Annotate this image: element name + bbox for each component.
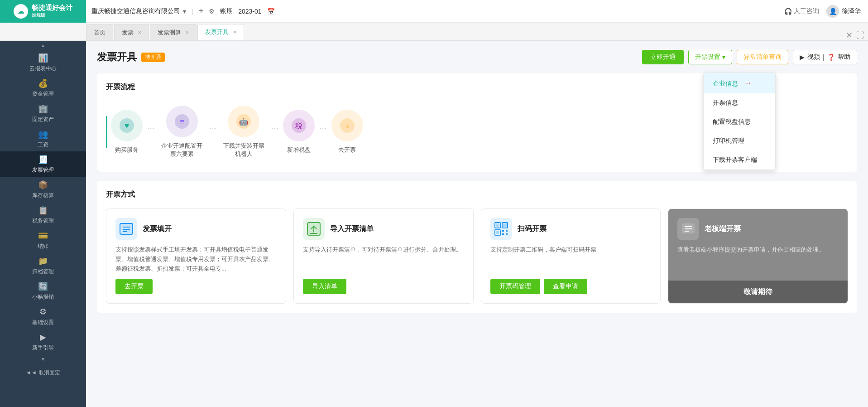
process-step-1-label: 购买服务	[115, 146, 139, 154]
methods-section-title: 开票方式	[106, 190, 848, 199]
sidebar-item-shuiwu[interactable]: 📋 税务管理	[0, 202, 86, 228]
dropdown-item-tax-config-label: 配置税盘信息	[713, 118, 751, 125]
process-step-2-label: 企业开通配置开票六要素	[159, 142, 205, 158]
add-company-button[interactable]: +	[199, 6, 204, 16]
dropdown-item-printer-label: 打印机管理	[713, 137, 744, 144]
svg-rect-27	[502, 233, 504, 235]
sidebar-item-jiezhang[interactable]: 💳 结账	[0, 228, 86, 253]
dropdown-item-download[interactable]: 下载开票客户端	[704, 150, 775, 170]
svg-rect-25	[502, 230, 504, 232]
dropdown-item-invoice-info[interactable]: 开票信息	[704, 93, 775, 112]
tab-fapiaokaiju-label: 发票开具	[205, 28, 229, 36]
logo-area: ☁ 畅捷通好会计 旗舰版	[0, 0, 86, 23]
sidebar-scroll-down[interactable]: ▼	[0, 354, 86, 363]
method-card-import: 导入开票清单 支持导入待开票清单，可对待开票清单进行拆分、合并处理。 导入清单	[293, 208, 474, 304]
activate-button[interactable]: 立即开通	[642, 50, 684, 64]
sidebar-item-gongzi[interactable]: 👥 工资	[0, 126, 86, 151]
method-fillout-icon	[115, 218, 137, 240]
svg-rect-26	[506, 230, 508, 232]
period-value: 2023-01	[238, 8, 261, 15]
settings-chevron-icon: ▾	[722, 53, 725, 61]
method-fillout-button[interactable]: 去开票	[115, 279, 153, 294]
svg-text:🤖: 🤖	[239, 117, 248, 126]
content-area: 发票开具 待开通 立即开通 开票设置 ▾ 企业信息 → 开票信息	[86, 41, 868, 407]
tab-fapiao-label: 发票	[122, 29, 134, 37]
method-scan-qr-button[interactable]: 开票码管理	[490, 279, 540, 294]
sidebar-item-kucun[interactable]: 📦 库存核算	[0, 177, 86, 202]
dropdown-item-tax-config[interactable]: 配置税盘信息	[704, 112, 775, 131]
dropdown-item-enterprise[interactable]: 企业信息 →	[704, 73, 775, 93]
svg-rect-28	[506, 233, 508, 235]
method-import-button[interactable]: 导入清单	[303, 279, 346, 294]
arrow-icon-4: ···	[319, 122, 327, 142]
jichushezhi-icon: ⚙	[39, 307, 47, 317]
sidebar: ▲ 📊 云报表中心 💰 资金管理 🏢 固定资产 👥 工资 🧾 发票管理 📦 库存…	[0, 41, 86, 407]
user-area[interactable]: 👤 徐泽华	[826, 5, 861, 18]
svg-text:≡: ≡	[180, 118, 184, 126]
process-step-4: 税 新增税盘	[283, 110, 315, 154]
yunbao-icon: 📊	[38, 53, 48, 63]
method-scan-desc: 支持定制开票二维码，客户端可扫码开票	[490, 245, 652, 273]
consultation-button[interactable]: 🎧 人工咨询	[784, 7, 819, 15]
settings-button[interactable]: 开票设置 ▾	[688, 50, 732, 64]
jiezhang-icon: 💳	[38, 231, 48, 241]
company-selector[interactable]: 重庆畅捷交通信息咨询有限公司 ▾	[91, 7, 186, 15]
settings-button-label: 开票设置	[695, 53, 720, 61]
sidebar-item-yunbao[interactable]: 📊 云报表中心	[0, 50, 86, 75]
help-label: 帮助	[838, 53, 850, 61]
overlay-text: 敬请期待	[743, 287, 772, 297]
calendar-icon[interactable]: 📅	[267, 8, 275, 15]
sidebar-item-fapiao[interactable]: 🧾 发票管理	[0, 151, 86, 177]
method-import-icon	[303, 218, 325, 240]
sidebar-item-xinshoudaoru[interactable]: ▶ 新手引导	[0, 329, 86, 354]
svg-text:≡: ≡	[345, 122, 349, 130]
method-import-header: 导入开票清单	[303, 218, 464, 240]
tab-fapiaocesuan[interactable]: 发票测算 ×	[150, 24, 197, 40]
process-step-1-icon: ♥	[111, 110, 143, 141]
sidebar-item-shuiwu-label: 税务管理	[32, 217, 54, 225]
process-step-2-icon: ≡	[166, 106, 198, 137]
dropdown-item-invoice-info-label: 开票信息	[713, 99, 738, 106]
sidebar-item-kucun-label: 库存核算	[32, 192, 54, 199]
tab-fapiaocesuan-close[interactable]: ×	[186, 29, 189, 36]
sidebar-item-xiaochangbaoxiao[interactable]: 🔄 小畅报销	[0, 278, 86, 304]
tab-home[interactable]: 首页	[86, 24, 113, 40]
tab-fapiao-close[interactable]: ×	[138, 29, 141, 36]
sidebar-scroll-up[interactable]: ▲	[0, 41, 86, 50]
tab-fapiaokaiju[interactable]: 发票开具 ×	[197, 24, 244, 40]
chevron-down-icon: ▾	[183, 8, 186, 15]
sidebar-item-jichushezhi[interactable]: ⚙ 基础设置	[0, 304, 86, 329]
logo-title: 畅捷通好会计	[32, 4, 72, 12]
method-boss-header: 老板端开票	[677, 218, 839, 240]
video-help-button[interactable]: ▶ 视频 | ❓ 帮助	[793, 50, 857, 64]
avatar: 👤	[826, 5, 839, 18]
status-badge: 待开通	[141, 53, 165, 62]
sidebar-item-yunbao-label: 云报表中心	[29, 65, 57, 73]
sidebar-cancel-pin[interactable]: ◄◄ 取消固定	[0, 363, 86, 382]
tab-fapiao[interactable]: 发票 ×	[114, 24, 149, 40]
logo-sub: 旗舰版	[32, 12, 72, 19]
tab-maximize-icon[interactable]: ⛶	[856, 31, 864, 40]
page-title-row: 发票开具 待开通	[97, 50, 165, 64]
tab-fapiaokaiju-close[interactable]: ×	[233, 29, 236, 35]
dropdown-item-printer[interactable]: 打印机管理	[704, 131, 775, 150]
sidebar-item-guidang-label: 归档管理	[32, 268, 54, 276]
sidebar-item-guidang[interactable]: 📁 归档管理	[0, 253, 86, 278]
tab-close-all-icon[interactable]: ✕	[846, 30, 853, 40]
method-import-desc: 支持导入待开票清单，可对待开票清单进行拆分、合并处理。	[303, 245, 464, 273]
settings-dropdown: 企业信息 → 开票信息 配置税盘信息 打印机管理 下载开票客户端	[703, 73, 776, 170]
dropdown-item-enterprise-label: 企业信息	[713, 80, 738, 87]
svg-rect-20	[496, 223, 499, 227]
method-card-fillout: 发票填开 支持按照发票样式手工填开发票；可开具增值税电子普通发票、增值税普通发票…	[106, 208, 286, 304]
settings-icon[interactable]: ⚙	[209, 8, 215, 15]
sidebar-item-gudingzichan[interactable]: 🏢 固定资产	[0, 101, 86, 126]
sidebar-bottom-label: 取消固定	[38, 369, 60, 377]
xiaochangbaoxiao-icon: 🔄	[38, 281, 48, 291]
xinshoudaoru-icon: ▶	[40, 332, 46, 342]
process-step-5: ≡ 去开票	[331, 110, 363, 154]
process-step-5-label: 去开票	[338, 146, 356, 154]
method-scan-view-button[interactable]: 查看申请	[544, 279, 587, 294]
process-step-3-icon: 🤖	[228, 106, 259, 137]
sidebar-item-zijin[interactable]: 💰 资金管理	[0, 75, 86, 101]
abnormal-button[interactable]: 异常清单查询	[737, 50, 788, 64]
